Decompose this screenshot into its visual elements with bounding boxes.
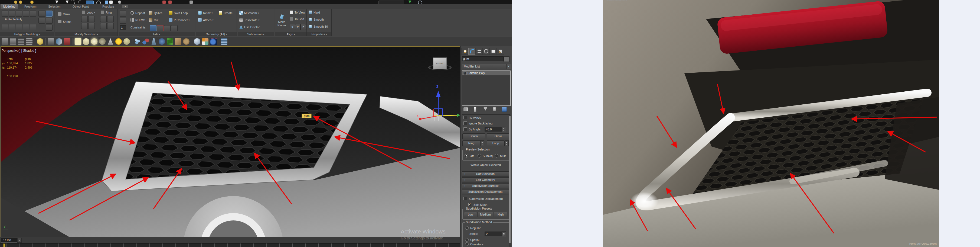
ring-shrink-icon[interactable] bbox=[107, 16, 114, 22]
group-label[interactable]: Align bbox=[275, 32, 307, 36]
stack-item-editable-poly[interactable]: + Editable Poly bbox=[462, 71, 510, 75]
make-planar-button[interactable]: Make Planar bbox=[276, 11, 288, 30]
current-frame-field[interactable]: 0 / 100 bbox=[1, 238, 19, 243]
rollout-soft-selection[interactable]: Soft Selection bbox=[462, 172, 509, 176]
hf-hand-icon[interactable] bbox=[175, 38, 181, 45]
prev-modifier-icon[interactable] bbox=[38, 11, 45, 16]
hard-button[interactable]: Hard bbox=[309, 11, 320, 14]
viewport-label[interactable]: Perspective ] [ Shaded ] bbox=[2, 49, 36, 53]
object-name-field[interactable]: gum bbox=[462, 56, 504, 61]
preset-medium-button[interactable]: Medium bbox=[477, 212, 493, 217]
pm-tool1-icon[interactable] bbox=[2, 24, 8, 30]
select-cursor2-icon[interactable] bbox=[65, 0, 69, 3]
material-editor-icon[interactable] bbox=[10, 38, 16, 45]
angle-value-field[interactable]: 45.0 bbox=[485, 127, 503, 132]
display-tab[interactable] bbox=[490, 48, 497, 55]
group-label[interactable]: Subdivision bbox=[238, 32, 274, 36]
constraint-none-icon[interactable] bbox=[150, 25, 156, 31]
ring-shift1-icon[interactable] bbox=[100, 23, 107, 29]
group-label[interactable]: Geometry (All) bbox=[196, 32, 237, 36]
ignore-backfacing-checkbox[interactable]: Ignore Backfacing bbox=[463, 122, 492, 125]
area-light-icon[interactable] bbox=[75, 38, 81, 45]
next-modifier-icon[interactable] bbox=[38, 18, 45, 24]
spotlight-icon[interactable] bbox=[56, 38, 62, 45]
border-mode-icon[interactable] bbox=[16, 11, 22, 16]
tab-populate[interactable]: Populate bbox=[100, 4, 117, 9]
render-settings-icon[interactable] bbox=[26, 38, 32, 45]
cut-button[interactable]: Cut bbox=[149, 18, 158, 22]
rollout-subdivision-displacement[interactable]: Subdivision Displacement bbox=[462, 189, 509, 194]
viewport-perspective[interactable]: Perspective ] [ Shaded ] Totalgum ys:106… bbox=[0, 47, 461, 237]
curvature-radio[interactable]: Curvature bbox=[465, 242, 483, 246]
edge-mode-icon[interactable] bbox=[9, 11, 15, 16]
rollout-subdivision-surface[interactable]: Subdivision Surface bbox=[462, 183, 509, 188]
grass-icon[interactable] bbox=[167, 38, 173, 45]
ring-grow-icon[interactable] bbox=[100, 16, 107, 22]
grow-button[interactable]: Grow bbox=[487, 133, 509, 139]
subdivision-displacement-checkbox[interactable]: Subdivision Displacement bbox=[463, 197, 503, 200]
undo-icon[interactable] bbox=[14, 0, 18, 4]
ox-pattern-icon[interactable] bbox=[183, 38, 189, 45]
camera-icon[interactable] bbox=[48, 38, 54, 45]
group-label[interactable]: Modify Selection bbox=[55, 32, 118, 36]
group-label[interactable]: Polygon Modeling bbox=[0, 32, 54, 36]
pin-stack-icon[interactable] bbox=[463, 107, 468, 111]
molecule-icon[interactable] bbox=[142, 38, 149, 45]
mirror-icon[interactable] bbox=[189, 0, 193, 4]
preset-low-button[interactable]: Low bbox=[464, 212, 477, 217]
paint-options-icon[interactable] bbox=[120, 18, 126, 24]
configure-modifier-sets-icon[interactable] bbox=[502, 107, 507, 112]
ribbon-collapse-button[interactable]: ▴ bbox=[123, 5, 128, 8]
window-panel-icon[interactable] bbox=[2, 38, 8, 45]
list-panel-icon[interactable] bbox=[221, 38, 228, 45]
relax-button[interactable]: Relax bbox=[198, 11, 213, 14]
isolate-icon[interactable] bbox=[408, 0, 412, 3]
rollout-edit-geometry[interactable]: Edit Geometry bbox=[462, 177, 509, 183]
preview-subobj-radio[interactable]: SubObj bbox=[477, 154, 493, 157]
by-vertex-checkbox[interactable]: By Vertex bbox=[463, 116, 481, 119]
ring-button[interactable]: Ring bbox=[462, 140, 480, 146]
create-tab[interactable] bbox=[461, 48, 469, 55]
show-end-result-icon[interactable] bbox=[46, 11, 52, 16]
constraint-edge-icon[interactable] bbox=[157, 25, 164, 31]
layer-a-icon[interactable] bbox=[105, 0, 108, 4]
loop-shrink-icon[interactable] bbox=[88, 16, 95, 22]
palette-grid-icon[interactable] bbox=[202, 38, 208, 45]
repeat-button[interactable]: Repeat bbox=[130, 11, 145, 14]
pm-tool5-icon[interactable] bbox=[30, 24, 36, 30]
swift-loop-button[interactable]: Swift Loop bbox=[169, 11, 188, 14]
element-mode-icon[interactable] bbox=[30, 11, 36, 16]
tab-modeling[interactable]: Modeling bbox=[0, 4, 18, 9]
smooth-button[interactable]: Smooth bbox=[309, 18, 324, 21]
preview-multi-radio[interactable]: Multi bbox=[495, 154, 506, 157]
redo-icon[interactable] bbox=[19, 0, 22, 4]
to-view-button[interactable]: To View bbox=[290, 11, 305, 14]
split-mesh-checkbox[interactable]: Split Mesh bbox=[468, 203, 487, 206]
select-move-icon[interactable] bbox=[86, 0, 94, 4]
select-rotate-icon[interactable] bbox=[96, 0, 101, 4]
regular-radio[interactable]: Regular bbox=[465, 226, 481, 229]
edit-dropdown-icon[interactable] bbox=[120, 11, 126, 16]
create-button[interactable]: Create bbox=[219, 11, 232, 14]
track-bar[interactable] bbox=[0, 243, 512, 247]
next-frame-button[interactable]: > bbox=[18, 238, 22, 243]
sphere-light-icon[interactable] bbox=[91, 38, 97, 45]
preset-high-button[interactable]: High bbox=[494, 212, 508, 217]
make-unique-icon[interactable] bbox=[484, 107, 487, 114]
angle-spinner[interactable] bbox=[502, 127, 506, 132]
by-angle-checkbox[interactable]: By Angle: bbox=[463, 127, 481, 131]
modifier-list-dropdown[interactable]: Modifier List ▼ bbox=[462, 64, 511, 69]
constraint-face-icon[interactable] bbox=[164, 25, 170, 31]
modifier-stack[interactable]: + Editable Poly bbox=[462, 71, 511, 106]
material-sphere-icon[interactable] bbox=[118, 0, 121, 4]
loop-shift2-icon[interactable] bbox=[88, 23, 95, 29]
loop-button[interactable]: Loop bbox=[82, 11, 95, 14]
link-icon[interactable] bbox=[30, 0, 33, 4]
to-grid-button[interactable]: To Grid bbox=[290, 17, 304, 21]
particles-icon[interactable] bbox=[134, 38, 141, 45]
loop-button[interactable]: Loop bbox=[487, 140, 504, 146]
tab-freeform[interactable]: Freeform bbox=[22, 4, 39, 9]
edit-value-field[interactable]: 1 bbox=[120, 25, 126, 30]
loop-grow-icon[interactable] bbox=[81, 16, 88, 22]
pm-tool4-icon[interactable] bbox=[23, 24, 29, 30]
